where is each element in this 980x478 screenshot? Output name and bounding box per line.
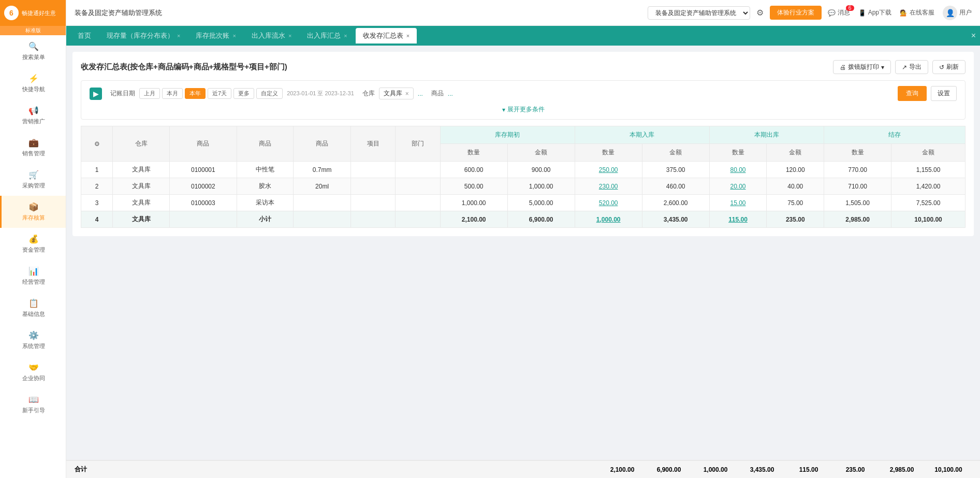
th-dept: 部门 [396, 126, 440, 162]
tab-flow[interactable]: 出入库流水 × [244, 28, 299, 44]
td-no: 1 [81, 162, 113, 178]
print-icon: 🖨 [840, 64, 846, 71]
warehouse-more-button[interactable]: ... [418, 90, 423, 97]
user-action[interactable]: 👤 用户 [943, 6, 972, 20]
tab-close-icon[interactable]: × [232, 33, 236, 39]
tab-close-icon[interactable]: × [344, 33, 347, 39]
date-btn-this-month[interactable]: 本月 [162, 88, 183, 99]
th-group-in: 本期入库 [575, 126, 709, 144]
sidebar-item-purchase[interactable]: 🛒 采购管理 [0, 164, 66, 196]
settings-icon[interactable]: ⚙ [756, 8, 764, 18]
td-amt-init: 900.00 [507, 162, 575, 178]
sidebar-item-label: 采购管理 [22, 182, 45, 190]
th-group-bal: 结存 [824, 126, 966, 144]
sidebar-item-operations[interactable]: 📊 经营管理 [0, 260, 66, 292]
sidebar-item-inventory[interactable]: 📦 库存核算 [0, 196, 66, 228]
footer-qty-out: 115.00 [785, 466, 832, 473]
refresh-button[interactable]: ↺ 刷新 [932, 60, 966, 74]
sidebar-item-sales[interactable]: 💼 销售管理 [0, 132, 66, 164]
td-qty-out[interactable]: 80.00 [709, 162, 767, 178]
td-qty-in[interactable]: 250.00 [575, 162, 642, 178]
th-code: 商品 [169, 126, 237, 162]
tab-batch[interactable]: 库存批次账 × [188, 28, 243, 44]
tab-label: 收发存汇总表 [363, 31, 403, 40]
expand-icon: ▾ [502, 106, 505, 113]
td-qty-bal: 1,505.00 [824, 195, 891, 211]
chevron-down-icon: ▾ [881, 64, 884, 71]
topbar-right: 💬 消息 6 📱 App下载 💁 在线客服 👤 用户 [828, 6, 972, 20]
td-no: 2 [81, 178, 113, 195]
td-qty-out[interactable]: 20.00 [709, 178, 767, 195]
th-name: 商品 [237, 126, 293, 162]
filter-expand-row: ▾ 展开更多条件 [90, 105, 957, 114]
th-settings[interactable]: ⚙ [81, 126, 113, 162]
sidebar-item-marketing[interactable]: 📢 营销推广 [0, 99, 66, 132]
warehouse-tag[interactable]: 文具库 × [379, 88, 414, 99]
purchase-icon: 🛒 [28, 170, 39, 180]
experience-button[interactable]: 体验行业方案 [770, 6, 822, 20]
th-group-init: 库存期初 [440, 126, 575, 144]
td-qty-in[interactable]: 520.00 [575, 195, 642, 211]
td-amt-in: 2,600.00 [642, 195, 709, 211]
td-dept [396, 211, 440, 228]
tab-inventory-dist[interactable]: 现存量（库存分布表） × [99, 28, 187, 44]
goods-more-button[interactable]: ... [448, 90, 453, 97]
td-no: 4 [81, 211, 113, 228]
query-button[interactable]: 查询 [898, 86, 927, 101]
td-warehouse: 文具库 [113, 162, 169, 178]
date-btn-7days[interactable]: 近7天 [208, 88, 231, 99]
tab-summary[interactable]: 出入库汇总 × [300, 28, 354, 44]
td-warehouse: 文具库 [113, 211, 169, 228]
app-download-action[interactable]: 📱 App下载 [858, 8, 891, 17]
filter-settings-button[interactable]: 设置 [931, 86, 957, 101]
date-btn-more[interactable]: 更多 [233, 88, 254, 99]
footer-amt-out: 235.00 [832, 466, 879, 473]
td-spec [294, 211, 351, 228]
online-service-action[interactable]: 💁 在线客服 [900, 8, 934, 17]
tabbar-close-icon[interactable]: × [971, 31, 976, 40]
sidebar-item-collab[interactable]: 🤝 企业协同 [0, 356, 66, 388]
tab-home[interactable]: 首页 [70, 28, 98, 44]
date-range: 2023-01-01 至 2023-12-31 [287, 90, 354, 97]
td-qty-out[interactable]: 15.00 [709, 195, 767, 211]
warehouse-filter-group: 仓库 文具库 × ... [362, 88, 423, 99]
footer-total-row: 合计 2,100.00 6,900.00 1,000.00 3,435.00 1… [66, 460, 980, 478]
topbar: 装备及固定资产辅助管理系统 装备及固定资产辅助管理系统 ⚙ 体验行业方案 💬 消… [66, 0, 980, 26]
td-project [350, 211, 395, 228]
sidebar-item-search[interactable]: 🔍 搜索菜单 [0, 35, 66, 67]
tab-close-icon[interactable]: × [288, 33, 291, 39]
td-qty-out[interactable]: 115.00 [709, 211, 767, 228]
date-btn-custom[interactable]: 自定义 [256, 88, 283, 99]
sidebar-item-guide[interactable]: 📖 新手引导 [0, 388, 66, 421]
message-action[interactable]: 💬 消息 6 [828, 8, 850, 17]
tab-stock-summary[interactable]: 收发存汇总表 × [356, 28, 417, 44]
tab-close-icon[interactable]: × [406, 33, 409, 39]
sidebar-item-system[interactable]: ⚙️ 系统管理 [0, 324, 66, 356]
date-btn-this-year[interactable]: 本年 [185, 88, 206, 99]
tab-close-icon[interactable]: × [177, 33, 180, 39]
sidebar-menu: 🔍 搜索菜单 ⚡ 快捷导航 📢 营销推广 💼 销售管理 🛒 采购管理 📦 库存核… [0, 35, 66, 478]
expand-conditions-button[interactable]: ▾ 展开更多条件 [502, 105, 545, 114]
main-card: 收发存汇总表(按仓库+商品编码+商品+规格型号+项目+部门) 🖨 拨镜版打印 ▾… [72, 52, 974, 236]
message-icon: 💬 [828, 9, 836, 17]
date-btn-last-month[interactable]: 上月 [139, 88, 160, 99]
filter-expand-button[interactable]: ▶ [90, 88, 102, 100]
table-row: 3 文具库 0100003 采访本 1,000.00 5,000.00 520.… [81, 195, 966, 211]
sidebar-item-basics[interactable]: 📋 基础信息 [0, 292, 66, 324]
goods-label: 商品 [431, 89, 444, 98]
sidebar-item-quicknav[interactable]: ⚡ 快捷导航 [0, 67, 66, 99]
sidebar-item-finance[interactable]: 💰 资金管理 [0, 228, 66, 260]
warehouse-tag-close-icon[interactable]: × [405, 90, 409, 97]
td-dept [396, 195, 440, 211]
td-project [350, 162, 395, 178]
td-qty-in[interactable]: 230.00 [575, 178, 642, 195]
system-select[interactable]: 装备及固定资产辅助管理系统 [648, 6, 750, 20]
export-button[interactable]: ↗ 导出 [895, 60, 928, 74]
td-qty-in[interactable]: 1,000.00 [575, 211, 642, 228]
td-qty-init: 500.00 [440, 178, 507, 195]
td-amt-init: 5,000.00 [507, 195, 575, 211]
print-button[interactable]: 🖨 拨镜版打印 ▾ [833, 60, 891, 74]
tabbar: 首页 现存量（库存分布表） × 库存批次账 × 出入库流水 × 出入库汇总 × … [66, 26, 980, 46]
td-code: 0100001 [169, 162, 237, 178]
td-amt-init: 6,900.00 [507, 211, 575, 228]
